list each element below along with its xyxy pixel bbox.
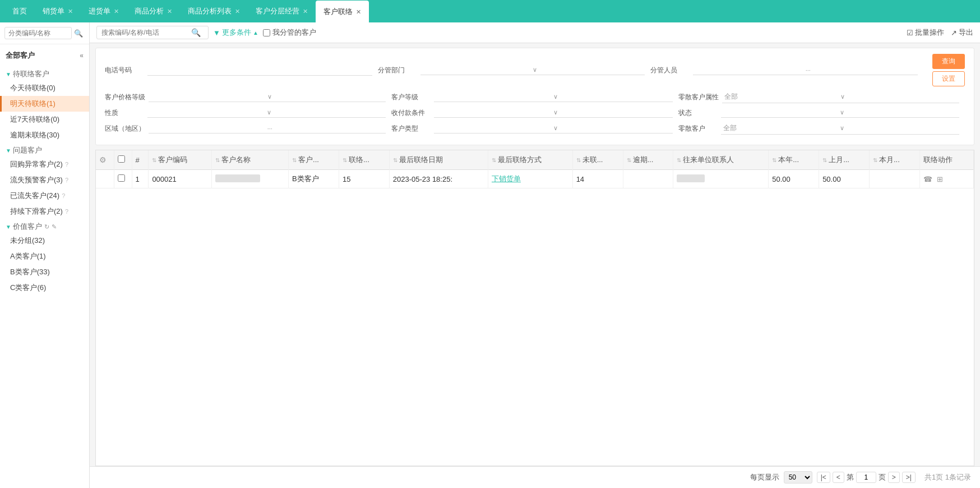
sidebar-item-repurchase-anomaly[interactable]: 回购异常客户(2) ?: [0, 156, 89, 172]
filter-phone-input[interactable]: [147, 65, 372, 76]
sidebar-search-input[interactable]: [4, 27, 72, 39]
sidebar-item-declining[interactable]: 持续下滑客户(2) ?: [0, 204, 89, 219]
chevron-down-icon-4: ∨: [840, 93, 957, 100]
phone-action-icon[interactable]: ☎: [923, 175, 932, 183]
filter-retail-attr-label: 零散客户属性: [678, 93, 719, 102]
filter-region-input[interactable]: ···: [149, 124, 386, 133]
filter-dept-select[interactable]: ∨: [420, 65, 645, 75]
settings-button[interactable]: 设置: [932, 71, 965, 86]
nav-customer-tier[interactable]: 客户分层经营 ✕: [248, 0, 316, 22]
sidebar-item-class-a[interactable]: A类客户(1): [0, 248, 89, 264]
batch-op-icon: ☑: [907, 29, 913, 37]
filter-price-level-select[interactable]: ∨: [149, 92, 386, 102]
nav-purchase[interactable]: 进货单 ✕: [81, 0, 127, 22]
sidebar-search-icon[interactable]: 🔍: [74, 29, 83, 38]
sort-icon-9: ⇅: [677, 157, 681, 163]
td-unit-contact: [673, 170, 769, 188]
sidebar-item-tomorrow[interactable]: 明天待联络(1): [0, 96, 89, 112]
grid-action-icon[interactable]: ⊞: [937, 175, 943, 183]
close-purchase-tab[interactable]: ✕: [114, 8, 119, 15]
filter-retail-customer: 零散客户 全部 ∨: [678, 122, 965, 135]
customer-name-blurred: [215, 174, 260, 182]
th-last-contact-method: ⇅ 最后联络方式: [488, 150, 572, 170]
nav-product-analysis-list[interactable]: 商品分析列表 ✕: [180, 0, 248, 22]
chevron-down-icon-2: ∨: [267, 93, 384, 100]
row-checkbox[interactable]: [118, 174, 125, 182]
close-sales-tab[interactable]: ✕: [68, 8, 73, 15]
th-no-contact: ⇅ 未联...: [572, 150, 623, 170]
filter-retail-attr-select[interactable]: 全部 ∨: [722, 91, 959, 103]
th-overdue: ⇅ 逾期...: [623, 150, 673, 170]
help-icon-4: ?: [65, 208, 68, 215]
filter-region: 区域（地区） ···: [105, 124, 391, 133]
th-contacts: ⇅ 联络...: [339, 150, 389, 170]
sidebar-group-value: ▼ 价值客户 ↻ ✎: [0, 219, 89, 233]
next-page-btn[interactable]: >: [888, 472, 900, 483]
search-input[interactable]: [101, 29, 191, 36]
last-page-btn[interactable]: >|: [902, 472, 916, 483]
region-ellipsis-icon: ···: [267, 125, 384, 132]
sidebar: 🔍 全部客户 « ▼ 待联络客户 今天待联络(0) 明天待联络(1) 近7天待联…: [0, 22, 90, 488]
more-conditions-btn[interactable]: ▼ 更多条件 ▲: [213, 27, 258, 38]
per-page-select[interactable]: 50 100 200: [784, 471, 812, 484]
sidebar-item-7days[interactable]: 近7天待联络(0): [0, 112, 89, 127]
filter-dept: 分管部门 ∨: [378, 65, 651, 75]
contact-method-link[interactable]: 下销货单: [492, 174, 521, 183]
sidebar-item-overdue[interactable]: 逾期未联络(30): [0, 127, 89, 143]
sidebar-item-today[interactable]: 今天待联络(0): [0, 80, 89, 96]
my-customers-checkbox[interactable]: [263, 29, 270, 36]
table-row: 1 000021 B类客户 15 2023-05-23 18:25: 下销货单 …: [96, 170, 974, 188]
batch-op-btn[interactable]: ☑ 批量操作: [907, 27, 944, 38]
filter-payment-select[interactable]: ∨: [434, 108, 672, 118]
sidebar-item-class-b[interactable]: B类客户(33): [0, 264, 89, 280]
export-btn[interactable]: ↗ 导出: [951, 27, 973, 38]
page-number-input[interactable]: [856, 472, 876, 483]
chevron-down-icon-6: ∨: [553, 109, 671, 116]
first-page-btn[interactable]: |<: [817, 472, 830, 483]
page-suffix: 页: [879, 472, 886, 482]
th-action: 联络动作: [919, 150, 973, 170]
nav-sales[interactable]: 销货单 ✕: [35, 0, 81, 22]
filter-customer-level-select[interactable]: ∨: [434, 92, 672, 102]
sidebar-item-churned[interactable]: 已流失客户(24) ?: [0, 188, 89, 204]
td-customer-type: B类客户: [289, 170, 339, 188]
th-customer-type: ⇅ 客户...: [289, 150, 339, 170]
help-icon-3: ?: [62, 192, 65, 199]
sidebar-item-ungrouped[interactable]: 未分组(32): [0, 233, 89, 248]
th-code: ⇅ 客户编码: [149, 150, 211, 170]
td-code: 000021: [149, 170, 211, 188]
sidebar-item-churn-warning[interactable]: 流失预警客户(3) ?: [0, 172, 89, 188]
gear-settings-icon[interactable]: ⚙: [99, 155, 107, 164]
query-button[interactable]: 查询: [932, 54, 965, 69]
close-product-analysis-tab[interactable]: ✕: [167, 8, 172, 15]
prev-page-btn[interactable]: <: [833, 472, 844, 483]
nav-product-analysis[interactable]: 商品分析 ✕: [127, 0, 180, 22]
export-icon: ↗: [951, 29, 957, 37]
filter-customer-type-select[interactable]: ∨: [434, 123, 672, 133]
nav-home[interactable]: 首页: [4, 0, 35, 22]
td-action: ☎ ⊞: [919, 170, 973, 188]
th-this-year: ⇅ 本年...: [769, 150, 819, 170]
filter-gender-select[interactable]: ∨: [147, 108, 386, 118]
close-customer-tier-tab[interactable]: ✕: [303, 8, 308, 15]
nav-customer-contact[interactable]: 客户联络 ✕: [316, 1, 369, 23]
sidebar-item-class-c[interactable]: C类客户(6): [0, 280, 89, 296]
filter-customer-level: 客户等级 ∨: [391, 92, 678, 102]
filter-manager-input[interactable]: ···: [693, 66, 918, 75]
filter-status-select[interactable]: ∨: [721, 108, 959, 118]
filter-retail-customer-select[interactable]: 全部 ∨: [721, 122, 959, 135]
sort-icon-11: ⇅: [822, 157, 827, 163]
filter-gender-label: 性质: [105, 108, 144, 118]
refresh-icon[interactable]: ↻: [44, 223, 49, 231]
close-product-analysis-list-tab[interactable]: ✕: [235, 8, 240, 15]
edit-icon[interactable]: ✎: [52, 223, 57, 231]
collapse-icon: «: [80, 52, 84, 59]
sidebar-all-customers[interactable]: 全部客户 «: [0, 48, 89, 63]
search-submit-icon[interactable]: 🔍: [191, 28, 201, 37]
my-customers-checkbox-wrap: 我分管的客户: [263, 27, 316, 38]
select-all-checkbox[interactable]: [118, 155, 125, 163]
close-customer-contact-tab[interactable]: ✕: [356, 8, 361, 16]
unit-contact-blurred: [677, 174, 705, 182]
data-table: ⚙ # ⇅ 客户编码: [96, 150, 974, 188]
th-last-contact-date: ⇅ 最后联络日期: [389, 150, 488, 170]
